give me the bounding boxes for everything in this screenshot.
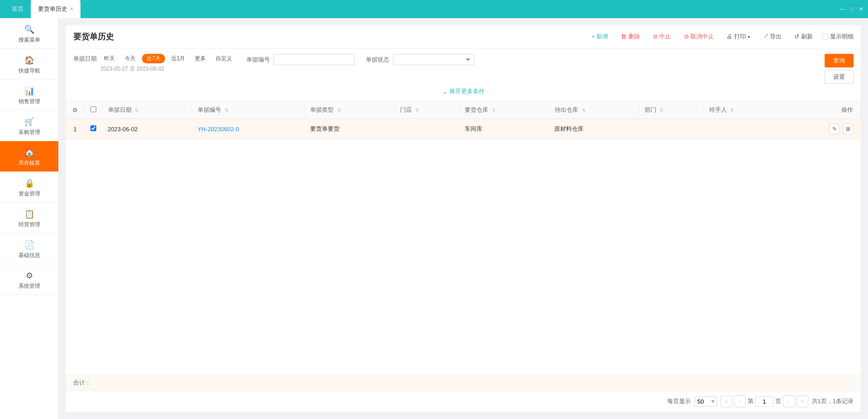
print-label: 🖨 打印 (726, 33, 746, 41)
tab-requisition-history-label: 要货单历史 (38, 5, 67, 13)
table-body: 1 2023-06-02 YH-20230602-0 要货单要货 车间库 (66, 119, 861, 139)
next-page-btn[interactable]: › (783, 395, 795, 407)
expand-label: 展开更多条件 (449, 87, 485, 95)
sidebar-item-search-menu-label: 搜索菜单 (19, 36, 40, 44)
sidebar-item-inventory[interactable]: 🏠 库存核算 (0, 141, 58, 172)
tab-close-icon[interactable]: × (70, 6, 73, 12)
row-doc-number-link[interactable]: YH-20230602-0 (198, 126, 239, 133)
doc-status-label: 单据状态 (366, 56, 389, 64)
tab-home[interactable]: 首页 (5, 0, 31, 18)
col-settings: ⚙ (66, 101, 84, 119)
row-checkbox[interactable] (90, 125, 96, 131)
col-handler-sort[interactable]: ⇅ (730, 108, 734, 113)
table-footer: 合计： (66, 375, 861, 390)
sidebar-item-inventory-label: 库存核算 (19, 159, 40, 167)
col-store: 门店 ⇅ (394, 101, 459, 119)
row-detail-button[interactable]: ⊞ (843, 124, 854, 134)
system-mgmt-icon: ⚙ (26, 271, 33, 281)
maximize-btn[interactable]: □ (850, 6, 854, 12)
print-dropdown-icon[interactable]: ▾ (748, 34, 750, 39)
add-button[interactable]: + 新增 (588, 31, 612, 43)
search-menu-icon: 🔍 (24, 24, 34, 34)
date-btn-last7days[interactable]: 近7天 (142, 54, 165, 63)
sidebar-item-sales-mgmt[interactable]: 📊 销售管理 (0, 80, 58, 110)
cancel-stop-button[interactable]: ⊘ 取消中止 (680, 31, 718, 43)
table-settings-icon[interactable]: ⚙ (72, 107, 78, 114)
sidebar-item-system-mgmt[interactable]: ⚙ 系统管理 (0, 264, 58, 295)
tab-requisition-history[interactable]: 要货单历史 × (31, 0, 80, 18)
stop-button[interactable]: ⊘ 中止 (649, 31, 675, 43)
minimize-btn[interactable]: — (840, 6, 845, 12)
date-filters: 昨天 今天 近7天 近1月 更多 自定义 (100, 54, 236, 63)
query-button[interactable]: 查询 (825, 54, 854, 67)
filter-main-row: 单据日期 昨天 今天 近7天 近1月 更多 自定义 202 (73, 54, 854, 84)
row-edit-button[interactable]: ✎ (829, 124, 840, 134)
sidebar-item-finance-mgmt[interactable]: 🔒 资金管理 (0, 172, 58, 203)
delete-button[interactable]: 🗑 删除 (617, 31, 644, 43)
col-doc-type-label: 单据类型 (310, 106, 334, 113)
prev-page-btn[interactable]: ‹ (734, 395, 746, 407)
sidebar-item-purchase-mgmt-label: 采购管理 (19, 129, 40, 136)
sidebar-item-basic-info[interactable]: 📄 基础信息 (0, 233, 58, 264)
sidebar-item-purchase-mgmt[interactable]: 🛒 采购管理 (0, 110, 58, 141)
doc-number-input[interactable] (274, 54, 355, 65)
row-req-warehouse: 车间库 (459, 119, 549, 139)
sidebar-item-ops-mgmt[interactable]: 📋 经营管理 (0, 203, 58, 233)
last-page-btn[interactable]: » (797, 395, 808, 407)
date-btn-more[interactable]: 更多 (191, 54, 209, 63)
col-pending-warehouse-sort[interactable]: ⇅ (582, 108, 585, 113)
purchase-mgmt-icon: 🛒 (24, 117, 34, 127)
sidebar: 🔍 搜索菜单 🏠 快捷导航 📊 销售管理 🛒 采购管理 🏠 库存核算 🔒 资金管… (0, 18, 59, 419)
row-handler (703, 119, 781, 139)
col-pending-warehouse: 待出仓库 ⇅ (549, 101, 639, 119)
row-doc-number: YH-20230602-0 (192, 119, 305, 139)
close-btn[interactable]: ✕ (859, 6, 863, 12)
total-info: 共1页，1条记录 (812, 397, 854, 405)
sidebar-item-search-menu[interactable]: 🔍 搜索菜单 (0, 18, 58, 49)
col-actions: 操作 (781, 101, 860, 119)
export-button[interactable]: ↗ 导出 (759, 31, 786, 43)
print-button[interactable]: 🖨 打印 ▾ (723, 31, 754, 43)
col-department-sort[interactable]: ⇅ (660, 108, 663, 113)
content-area: 要货单历史 + 新增 🗑 删除 ⊘ 中止 ⊘ 取消中止 🖨 打印 ▾ ↗ 导出 … (59, 18, 868, 419)
page-number-input[interactable] (755, 396, 774, 407)
select-all-checkbox[interactable] (90, 106, 96, 112)
refresh-button[interactable]: ↺ 刷新 (791, 31, 816, 43)
expand-filter-row: ⌄ 展开更多条件 (73, 87, 854, 95)
row-department (639, 119, 703, 139)
col-department: 部门 ⇅ (639, 101, 703, 119)
col-req-warehouse-sort[interactable]: ⇅ (492, 108, 495, 113)
doc-status-filter-group: 单据状态 (366, 54, 474, 65)
row-action-buttons: ✎ ⊞ (786, 124, 853, 134)
finance-mgmt-icon: 🔒 (24, 178, 34, 188)
col-doc-number-sort[interactable]: ⇅ (225, 108, 228, 113)
doc-number-filter-group: 单据编号 (246, 54, 355, 65)
table-row: 1 2023-06-02 YH-20230602-0 要货单要货 车间库 (66, 119, 861, 139)
filter-settings-button[interactable]: 设置 (825, 70, 854, 84)
col-doc-number: 单据编号 ⇅ (192, 101, 305, 119)
display-detail-toggle[interactable]: 显示明细 (822, 33, 854, 41)
col-doc-type-sort[interactable]: ⇅ (337, 108, 341, 113)
display-detail-checkbox[interactable] (822, 33, 828, 40)
sidebar-item-finance-mgmt-label: 资金管理 (19, 190, 40, 198)
date-btn-today[interactable]: 今天 (121, 54, 139, 63)
expand-filter-button[interactable]: ⌄ 展开更多条件 (443, 87, 485, 95)
sidebar-item-quick-nav-label: 快捷导航 (19, 67, 40, 75)
first-page-btn[interactable]: « (721, 395, 732, 407)
col-store-sort[interactable]: ⇅ (415, 108, 419, 113)
date-btn-custom[interactable]: 自定义 (212, 54, 236, 63)
doc-status-select[interactable] (393, 54, 474, 65)
date-btn-yesterday[interactable]: 昨天 (100, 54, 118, 63)
col-handler: 经手人 ⇅ (703, 101, 781, 119)
date-range-display: 2023-05-27 至 2023-06-02 (100, 65, 236, 73)
doc-number-label: 单据编号 (246, 56, 270, 64)
col-doc-date-sort[interactable]: ⇅ (135, 108, 138, 113)
tab-home-label: 首页 (12, 5, 24, 13)
filter-fields: 单据日期 昨天 今天 近7天 近1月 更多 自定义 202 (73, 54, 825, 73)
row-doc-date: 2023-06-02 (102, 119, 192, 139)
sidebar-item-quick-nav[interactable]: 🏠 快捷导航 (0, 49, 58, 80)
sidebar-item-sales-mgmt-label: 销售管理 (19, 98, 40, 105)
date-btn-last-month[interactable]: 近1月 (168, 54, 189, 63)
per-page-select[interactable]: 20 50 100 200 (694, 396, 717, 407)
window-controls: — □ ✕ (840, 6, 863, 12)
